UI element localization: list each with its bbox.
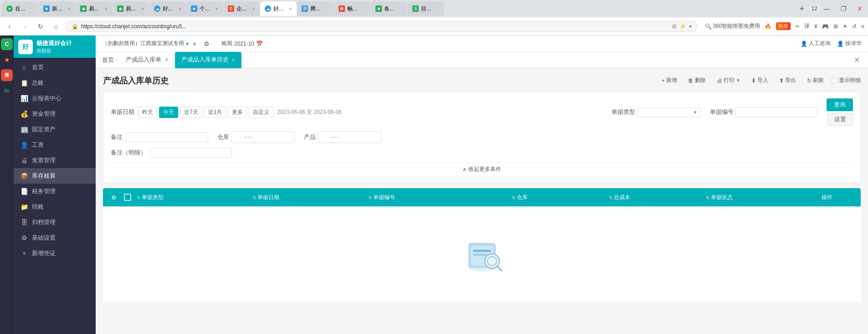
human-service-link[interactable]: 👤 人工咨询 — [801, 40, 831, 47]
browser-tab-9[interactable]: 腾 腾... — [297, 1, 334, 16]
window-close-button[interactable]: ✕ — [853, 2, 866, 15]
delete-button[interactable]: 🗑 删除 — [684, 75, 709, 86]
sidebar-item-payroll[interactable]: 👤 工资 — [14, 137, 96, 153]
tab-6-close[interactable]: × — [216, 6, 218, 11]
browser-tab-6[interactable]: ■ 个... × — [186, 1, 223, 16]
col-type[interactable]: ⇅ 单据类型 — [135, 194, 251, 201]
icon-sidebar-mail[interactable]: ✉ — [1, 85, 13, 97]
yuan-tool[interactable]: ¥ — [814, 23, 817, 30]
sidebar-item-invoice[interactable]: 🖨 发票管理 — [14, 153, 96, 168]
add-button[interactable]: + 新增 — [658, 75, 681, 86]
date-btn-1month[interactable]: 近1月 — [204, 107, 226, 118]
sidebar-item-fund[interactable]: 💰 资金管理 — [14, 106, 96, 122]
translate-tool[interactable]: 译 — [804, 22, 810, 30]
reload-tool[interactable]: ↺ — [852, 23, 857, 30]
date-btn-today[interactable]: 今天 — [159, 107, 178, 118]
refresh-button[interactable]: ↻ — [35, 21, 46, 32]
query-button[interactable]: 查询 — [827, 98, 853, 111]
col-status[interactable]: ⇅ 单据状态 — [704, 194, 820, 201]
display-toggle[interactable]: 显示明细 — [831, 77, 861, 84]
content-tab-history-close[interactable]: × — [232, 57, 235, 62]
browser-tab-11[interactable]: ■ 各... — [371, 1, 407, 16]
icon-sidebar-weibo[interactable]: 微 — [1, 69, 13, 81]
window-restore-button[interactable]: ❐ — [837, 2, 850, 15]
icon-sidebar-star[interactable]: ★ — [1, 54, 13, 66]
col-warehouse[interactable]: ⇅ 仓库 — [510, 194, 607, 201]
tab-8-close[interactable]: × — [289, 6, 292, 11]
sidebar-item-home[interactable]: ⌂ 首页 — [14, 60, 96, 75]
sidebar-item-report[interactable]: 📊 云报表中心 — [14, 91, 96, 106]
sidebar-item-tax[interactable]: 📑 税务管理 — [14, 184, 96, 199]
date-btn-custom[interactable]: 自定义 — [249, 107, 273, 118]
browser-tab-3[interactable]: ◆ 易... × — [76, 1, 112, 16]
sidebar-item-checkout[interactable]: 📁 结账 — [14, 199, 96, 215]
remark-input[interactable] — [126, 132, 208, 142]
back-button[interactable]: ‹ — [4, 21, 15, 32]
tab-5-close[interactable]: × — [179, 6, 181, 11]
export-button[interactable]: ⬆ 导出 — [776, 75, 800, 86]
add-account-button[interactable]: + — [189, 38, 200, 50]
grid-tool[interactable]: ⊞ — [833, 23, 838, 30]
tab-3-close[interactable]: × — [105, 6, 108, 11]
panel-close-button[interactable]: ✕ — [850, 56, 863, 64]
hot-tag[interactable]: 热搜 — [776, 22, 791, 30]
settings-tool[interactable]: ≡ — [861, 23, 864, 30]
dropdown-icon[interactable]: ▾ — [689, 23, 692, 30]
content-tab-list-close[interactable]: × — [165, 56, 169, 63]
browser-tab-4[interactable]: ◆ 易... × — [113, 1, 149, 16]
search-bar[interactable]: 🔍 360智能抠图免费用 — [705, 22, 760, 30]
url-bar[interactable]: 🔒 https://cloud.chanjet.com/accounting/u… — [66, 21, 698, 32]
sidebar-item-basic[interactable]: ⚙ 基础设置 — [14, 230, 96, 246]
tab-count-badge[interactable]: 12 — [809, 5, 820, 13]
tab-4-close[interactable]: × — [142, 6, 144, 11]
sidebar-item-ledger[interactable]: 📋 总账 — [14, 75, 96, 91]
detail-remark-input[interactable] — [150, 148, 232, 158]
home-button[interactable]: ⌂ — [50, 21, 62, 32]
browser-tab-10[interactable]: M 畅... — [334, 1, 370, 16]
tab-2-close[interactable]: × — [68, 6, 71, 11]
col-number[interactable]: ⇅ 单据编号 — [366, 194, 510, 201]
new-tab-button[interactable]: + — [796, 2, 808, 15]
number-input[interactable] — [735, 107, 817, 117]
period-selector[interactable]: 账期 2021-10 📅 — [221, 40, 263, 47]
browser-tab-2[interactable]: ■ 新... × — [39, 1, 75, 16]
account-selector[interactable]: （勿删勿禁用）江西腺宝测试专用 ▾ — [102, 40, 189, 47]
print-button[interactable]: 🖨 打印 ▼ — [713, 75, 744, 86]
product-select[interactable]: ··· — [318, 131, 381, 143]
import-button[interactable]: ⬇ 导入 — [748, 75, 772, 86]
type-select[interactable]: ▾ — [637, 108, 701, 117]
date-btn-yesterday[interactable]: 昨天 — [138, 107, 157, 118]
scissors-tool[interactable]: ✂ — [795, 23, 800, 30]
breadcrumb-home[interactable]: 首页 — [102, 56, 114, 64]
settings-button[interactable]: 设置 — [827, 113, 853, 126]
browser-tab-8[interactable]: ☁ 好... × — [260, 1, 297, 16]
content-tab-history[interactable]: 产成品入库单历史 × — [175, 52, 241, 68]
sidebar-item-fixed[interactable]: 🏢 固定资产 — [14, 122, 96, 137]
sidebar-item-newbill[interactable]: ＋ 新增凭证 — [14, 246, 96, 261]
settings-icon[interactable]: ⚙ — [200, 38, 212, 50]
icon-sidebar-logo[interactable]: C — [1, 38, 13, 50]
browser-tab-1[interactable]: ● 在... — [2, 1, 38, 16]
warehouse-select[interactable]: ··· — [231, 131, 295, 143]
user-avatar[interactable]: 👤 徐泽华 — [837, 40, 862, 47]
game-tool[interactable]: 🎮 — [822, 23, 829, 30]
date-btn-more[interactable]: 更多 — [228, 107, 247, 118]
window-minimize-button[interactable]: — — [821, 2, 833, 15]
forward-button[interactable]: › — [19, 21, 31, 32]
sun-tool[interactable]: ☀ — [842, 23, 847, 30]
browser-tab-12[interactable]: S 目... — [408, 1, 444, 16]
collapse-button[interactable]: ∧ 收起更多条件 — [111, 162, 853, 176]
browser-tab-7[interactable]: C 企... × — [223, 1, 260, 16]
sidebar-item-archive[interactable]: 🗄 归档管理 — [14, 215, 96, 230]
refresh-button[interactable]: ↻ 刷新 — [803, 75, 827, 86]
col-date[interactable]: ⇅ 单据日期 — [251, 194, 366, 201]
table-select-all-checkbox[interactable] — [124, 194, 131, 201]
table-settings-icon[interactable]: ⚙ — [108, 191, 120, 204]
tab-7-close[interactable]: × — [252, 6, 255, 11]
browser-tab-5[interactable]: ☁ 好... × — [149, 1, 186, 16]
col-total-cost[interactable]: ⇅ 总成本 — [607, 194, 704, 201]
sidebar-item-inventory[interactable]: 📦 库存核算 — [14, 168, 96, 184]
display-checkbox[interactable] — [831, 77, 837, 84]
content-tab-list[interactable]: 产成品入库单 × — [119, 52, 175, 68]
date-btn-7days[interactable]: 近7天 — [180, 107, 202, 118]
